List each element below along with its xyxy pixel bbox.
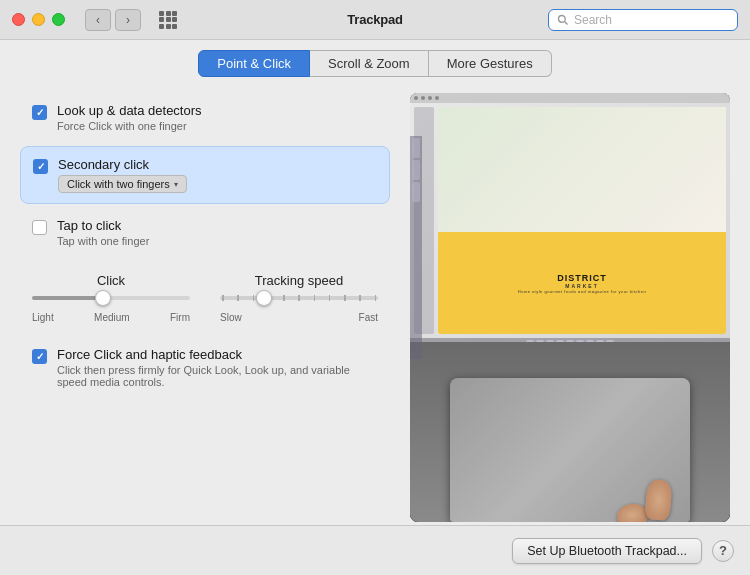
tap-to-click-title: Tap to click <box>57 218 378 233</box>
secondary-click-dropdown[interactable]: Click with two fingers ▾ <box>58 175 187 193</box>
tab-point-click[interactable]: Point & Click <box>198 50 310 77</box>
search-placeholder: Search <box>574 13 729 27</box>
titlebar: ‹ › Trackpad Search <box>0 0 750 40</box>
trackpad-preview <box>410 342 730 522</box>
mac-screen-preview: DISTRICT MARKET Home style gourmet foods… <box>410 93 730 350</box>
tracking-min-label: Slow <box>220 312 242 323</box>
trackpad-surface <box>450 378 690 522</box>
district-branding: DISTRICT MARKET Home style gourmet foods… <box>438 232 726 334</box>
forward-button[interactable]: › <box>115 9 141 31</box>
window-title: Trackpad <box>347 12 403 27</box>
bottom-bar: Set Up Bluetooth Trackpad... ? <box>0 525 750 575</box>
left-panel: ✓ Look up & data detectors Force Click w… <box>20 93 390 522</box>
grid-icon <box>159 11 177 29</box>
mac-menubar <box>410 93 730 103</box>
tracking-speed-slider-group: Tracking speed Slow Fast <box>220 273 378 323</box>
svg-line-1 <box>565 21 568 24</box>
tap-to-click-subtitle: Tap with one finger <box>57 235 378 247</box>
preview-image: DISTRICT MARKET Home style gourmet foods… <box>410 93 730 522</box>
option-secondary-click: ✓ Secondary click Click with two fingers… <box>20 146 390 204</box>
option-tap-to-click: Tap to click Tap with one finger <box>20 208 390 257</box>
setup-bluetooth-button[interactable]: Set Up Bluetooth Trackpad... <box>512 538 702 564</box>
close-button[interactable] <box>12 13 25 26</box>
grid-button[interactable] <box>155 9 181 31</box>
click-mid-label: Medium <box>94 312 130 323</box>
maximize-button[interactable] <box>52 13 65 26</box>
right-panel: DISTRICT MARKET Home style gourmet foods… <box>410 93 730 522</box>
tracking-max-label: Fast <box>359 312 378 323</box>
lookup-subtitle: Force Click with one finger <box>57 120 378 132</box>
click-slider-track[interactable] <box>32 296 190 306</box>
minimize-button[interactable] <box>32 13 45 26</box>
checkbox-force-click[interactable]: ✓ <box>32 349 47 364</box>
click-slider-label: Click <box>97 273 125 288</box>
force-click-subtitle: Click then press firmly for Quick Look, … <box>57 364 378 388</box>
checkbox-lookup[interactable]: ✓ <box>32 105 47 120</box>
lookup-title: Look up & data detectors <box>57 103 378 118</box>
svg-point-0 <box>559 15 566 22</box>
left-nav-mini <box>410 136 422 359</box>
mac-screen-content: DISTRICT MARKET Home style gourmet foods… <box>410 103 730 338</box>
traffic-lights <box>12 13 65 26</box>
back-button[interactable]: ‹ <box>85 9 111 31</box>
tab-scroll-zoom[interactable]: Scroll & Zoom <box>310 50 429 77</box>
click-max-label: Firm <box>170 312 190 323</box>
tracking-speed-slider-track[interactable] <box>220 296 378 306</box>
tracking-speed-label: Tracking speed <box>255 273 343 288</box>
search-icon <box>557 14 569 26</box>
search-box[interactable]: Search <box>548 9 738 31</box>
help-button[interactable]: ? <box>712 540 734 562</box>
main-content: ✓ Look up & data detectors Force Click w… <box>0 85 750 522</box>
chevron-down-icon: ▾ <box>174 180 178 189</box>
tab-more-gestures[interactable]: More Gestures <box>429 50 552 77</box>
nav-buttons: ‹ › <box>85 9 141 31</box>
option-lookup: ✓ Look up & data detectors Force Click w… <box>20 93 390 142</box>
click-min-label: Light <box>32 312 54 323</box>
force-click-title: Force Click and haptic feedback <box>57 347 378 362</box>
sliders-section: Click Light Medium Firm Tracking speed <box>20 261 390 327</box>
finger-hint-1 <box>615 502 648 522</box>
click-slider-group: Click Light Medium Firm <box>32 273 190 323</box>
checkbox-tap-to-click[interactable] <box>32 220 47 235</box>
finger-hint-2 <box>644 479 672 521</box>
tabs-bar: Point & Click Scroll & Zoom More Gesture… <box>0 40 750 85</box>
checkbox-secondary-click[interactable]: ✓ <box>33 159 48 174</box>
mac-main-area: DISTRICT MARKET Home style gourmet foods… <box>438 107 726 334</box>
secondary-click-title: Secondary click <box>58 157 377 172</box>
option-force-click: ✓ Force Click and haptic feedback Click … <box>20 337 390 398</box>
